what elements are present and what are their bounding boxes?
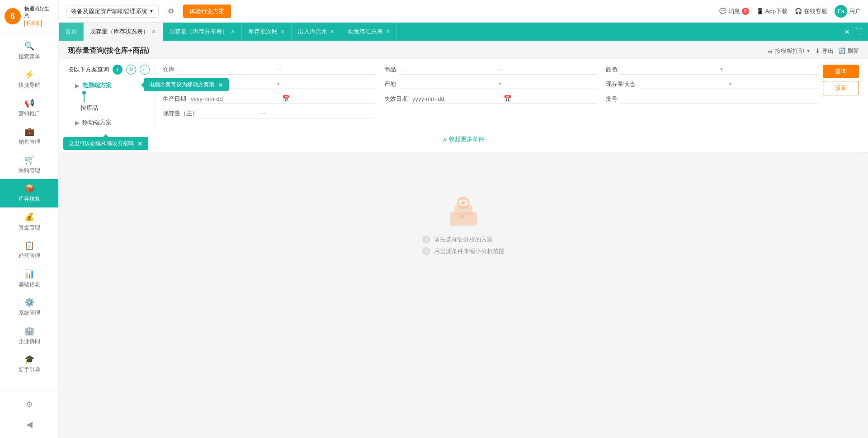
tab-receive-send[interactable]: 收发存汇总表 ✕ — [341, 23, 397, 41]
goods-control[interactable]: ... ⋯ — [399, 65, 597, 75]
tab-inventory-status-close[interactable]: ✕ — [151, 28, 156, 35]
batch-input[interactable] — [622, 95, 816, 102]
dropdown-icon: ▼ — [149, 9, 154, 14]
export-btn[interactable]: ⬇ 导出 — [815, 47, 834, 55]
color-label: 颜色 — [606, 66, 618, 74]
sidebar-item-inventory[interactable]: 📦 库存核算 — [0, 179, 58, 207]
origin-control[interactable]: ▼ — [399, 79, 597, 89]
filter-warehouse: 仓库 ... ⋯ — [163, 65, 375, 75]
origin-caret[interactable]: ▼ — [498, 81, 595, 86]
sidebar-item-system[interactable]: ⚙️ 系统管理 — [0, 293, 58, 321]
tab-batch-ledger[interactable]: 库存批次账 ✕ — [242, 23, 292, 41]
message-badge: 6 — [742, 8, 749, 15]
refresh-btn[interactable]: 🔄 刷新 — [838, 47, 859, 55]
stock-status-control[interactable]: ▼ — [638, 79, 818, 89]
system-icon: ⚙️ — [24, 297, 34, 307]
tab-inventory-status[interactable]: 现存量（库存状况表） ✕ — [84, 23, 163, 41]
print-dropdown-icon: ▼ — [806, 48, 811, 53]
production-date-label: 生产日期 — [163, 95, 186, 103]
sidebar-item-finance[interactable]: 💰 资金管理 — [0, 207, 58, 236]
tab-inout-flow[interactable]: 出入库流水 ✕ — [292, 23, 341, 41]
tab-inventory-dist-close[interactable]: ✕ — [231, 28, 235, 35]
warehouse-control[interactable]: ... ⋯ — [177, 65, 375, 75]
scheme-mobile[interactable]: ▶ 移动端方案 — [71, 117, 112, 128]
tab-receive-send-close[interactable]: ✕ — [386, 28, 390, 35]
sidebar-item-search[interactable]: 🔍 搜索菜单 — [0, 37, 58, 65]
origin-input[interactable] — [401, 80, 498, 87]
settings-footer-btn[interactable]: ⚙ — [21, 396, 38, 413]
color-input[interactable] — [622, 66, 719, 73]
production-date-control[interactable]: 📅 — [189, 94, 375, 104]
message-icon: 💬 — [719, 8, 726, 14]
sidebar-item-operations[interactable]: 📋 经营管理 — [0, 236, 58, 264]
stock-status-label: 现存量状态 — [606, 80, 635, 88]
tab-batch-ledger-close[interactable]: ✕ — [280, 28, 285, 35]
avatar: Ea — [835, 5, 847, 18]
step-num-2: 2 — [422, 247, 430, 255]
batch-control[interactable] — [620, 94, 818, 104]
app-download-btn[interactable]: 📱 App下载 — [756, 7, 788, 15]
empty-step-2-text: 用过滤条件来缩小分析范围 — [434, 247, 505, 255]
sidebar-item-quick-label: 快捷导航 — [19, 81, 40, 89]
search-btn[interactable]: 查询 — [823, 65, 859, 78]
filter-refresh-btn[interactable]: ↻ — [126, 65, 136, 75]
stock-status-caret[interactable]: ▼ — [728, 81, 817, 86]
warehouse-label: 仓库 — [163, 66, 175, 74]
sidebar-item-marketing[interactable]: 📢 营销推广 — [0, 94, 58, 122]
filter-label: 按以下方案查询 — [68, 66, 109, 74]
filter-add-btn[interactable]: + — [113, 65, 123, 75]
tab-home[interactable]: 首页 — [59, 23, 84, 41]
sidebar-item-purchase[interactable]: 🛒 采购管理 — [0, 151, 58, 179]
tab-inventory-dist[interactable]: 现存量（库存分布表） ✕ — [163, 23, 242, 41]
user-area[interactable]: Ea 用户 — [835, 5, 861, 18]
color-control[interactable]: ▼ — [620, 65, 818, 75]
sidebar-item-sales[interactable]: 💼 销售管理 — [0, 122, 58, 151]
collapse-footer-btn[interactable]: ◀ — [21, 416, 38, 433]
production-date-cal-icon[interactable]: 📅 — [282, 95, 373, 102]
template-print-btn[interactable]: 🖨 按模板打印 ▼ — [767, 47, 811, 55]
filter-back-btn[interactable]: ← — [140, 65, 150, 75]
app-download-label: App下载 — [765, 7, 788, 15]
batch-label: 批号 — [606, 95, 618, 103]
sidebar-item-basic[interactable]: 📊 基础信息 — [0, 264, 58, 293]
tooltip-create-close[interactable]: ✕ — [137, 140, 143, 147]
sidebar-item-purchase-label: 采购管理 — [19, 167, 40, 174]
warehouse-more-icon[interactable]: ⋯ — [276, 66, 373, 73]
topbar-gear-btn[interactable]: ⚙ — [164, 5, 178, 18]
tab-inout-flow-close[interactable]: ✕ — [330, 28, 335, 35]
stock-main-control[interactable]: — — [201, 108, 375, 118]
solution-button[interactable]: 体验行业方案 — [183, 5, 231, 18]
expiry-date-input[interactable] — [412, 95, 504, 102]
empty-steps: 1 请先选择要分析的方案 2 用过滤条件来缩小分析范围 — [422, 235, 505, 255]
tooltip-scheme-close[interactable]: ✕ — [218, 81, 223, 89]
tab-close-all-icon[interactable]: ✕ — [844, 28, 850, 36]
sidebar-item-search-label: 搜索菜单 — [19, 53, 40, 61]
sidebar-item-guide[interactable]: 🎓 新手引导 — [0, 350, 58, 378]
collapse-btn[interactable]: ∧ 收起更多条件 — [68, 132, 859, 147]
scheme-sub-item[interactable]: 按库品 — [71, 103, 98, 113]
setup-btn[interactable]: 设置 — [823, 81, 859, 95]
collapse-label: 收起更多条件 — [449, 135, 484, 143]
sidebar-item-quick[interactable]: ⚡ 快捷导航 — [0, 65, 58, 94]
color-caret[interactable]: ▼ — [719, 67, 816, 72]
tab-fullscreen-icon[interactable]: ⛶ — [855, 28, 863, 36]
tab-inventory-dist-label: 现存量（库存分布表） — [169, 28, 228, 36]
message-btn[interactable]: 💬 消息 6 — [719, 7, 749, 15]
production-date-input[interactable] — [191, 95, 282, 102]
stock-main-from[interactable] — [203, 110, 258, 117]
scheme-desktop[interactable]: ▶ 电脑端方案 — [71, 80, 112, 91]
user-label: 用户 — [849, 7, 861, 15]
goods-more-icon[interactable]: ⋯ — [498, 66, 595, 73]
system-title-select[interactable]: 装备及固定资产辅助管理系统 ▼ — [66, 5, 159, 18]
size-caret[interactable]: ▼ — [276, 81, 373, 86]
collapse-up-icon: ∧ — [443, 136, 447, 143]
scheme-mobile-label: 移动端方案 — [82, 118, 112, 127]
expiry-date-control[interactable]: 📅 — [410, 94, 597, 104]
stock-main-to[interactable] — [318, 110, 373, 117]
stock-status-input[interactable] — [640, 80, 728, 87]
sidebar-item-enterprise[interactable]: 🏢 企业协同 — [0, 321, 58, 350]
filter-production-date: 生产日期 📅 — [163, 94, 375, 104]
export-icon: ⬇ — [815, 47, 820, 54]
online-support-btn[interactable]: 🎧 在线客服 — [795, 7, 827, 15]
expiry-date-cal-icon[interactable]: 📅 — [504, 95, 595, 102]
